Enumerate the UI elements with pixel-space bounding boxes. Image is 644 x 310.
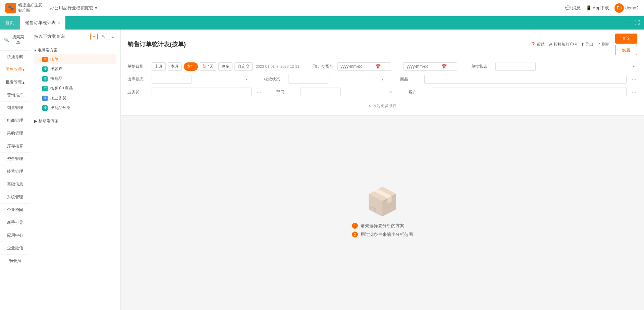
sidebar-item-inventory[interactable]: 库存核算 [0, 140, 30, 153]
scheme-item-by-category[interactable]: 按 按商品分类 [34, 103, 116, 113]
chevron-down-icon: ▾ [34, 48, 36, 53]
tab-home[interactable]: 首页 [0, 16, 20, 30]
order-status-select[interactable] [495, 62, 536, 71]
app-download-btn[interactable]: 📱 App下载 [586, 5, 609, 11]
scheme-label-order: 按单 [50, 56, 58, 62]
content-area: 按以下方案查询 + ✎ « ▾ 电脑端方案 [30, 30, 644, 310]
sidebar-item-newbie[interactable]: 新手引导 [0, 216, 30, 229]
expected-date-start[interactable]: 📅 [337, 62, 391, 71]
payment-status-select[interactable] [288, 75, 328, 84]
export-icon: ⬆ [581, 42, 584, 47]
query-button[interactable]: 查询 [615, 34, 637, 44]
empty-state: 📦 1 请先选择要分析的方案 2 用过滤条件来缩小分析范围 [352, 186, 413, 240]
customer-input[interactable] [433, 88, 627, 96]
left-panel-actions: + ✎ « [90, 33, 116, 40]
topbar: 🐾 畅捷通好生意 标准版 办公用品行业模拟账套 ▾ 💬 消息 📱 App下载 E… [0, 0, 644, 16]
print-icon: 🖨 [549, 42, 553, 47]
sidebar-item-wholesale[interactable]: 批发管理 ▴ [0, 76, 30, 89]
right-panel: 销售订单统计表(按单) ❓ 帮助 🖨 按模板打印 ▾ ⬆ [121, 30, 644, 310]
sidebar-item-appcenter[interactable]: 应用中心 [0, 229, 30, 242]
app-selector[interactable]: 办公用品行业模拟账套 ▾ [46, 5, 97, 11]
date-last-month-btn[interactable]: 上月 [152, 62, 166, 71]
export-label: 导出 [585, 42, 593, 47]
sidebar-item-sales[interactable]: 销售管理 [0, 102, 30, 114]
refresh-btn[interactable]: ↺ 刷新 [597, 42, 610, 47]
help-btn[interactable]: ❓ 帮助 [531, 42, 545, 47]
left-panel: 按以下方案查询 + ✎ « ▾ 电脑端方案 [30, 30, 121, 310]
sidebar-item-marketing[interactable]: 营销推广 [0, 89, 30, 102]
scheme-item-by-goods[interactable]: 按 按商品 [34, 74, 116, 84]
pc-scheme-label: 电脑端方案 [38, 47, 58, 53]
left-panel-title: 按以下方案查询 [34, 34, 65, 40]
goods-more-btn[interactable]: ··· [631, 76, 637, 82]
logo-line1: 畅捷通好生意 [18, 3, 42, 8]
department-select[interactable] [301, 88, 341, 96]
date-last-7-days-btn[interactable]: 近7天 [200, 62, 216, 71]
sidebar-item-cooperation[interactable]: 企业协同 [0, 204, 30, 216]
date-custom-btn[interactable]: 自定义 [234, 62, 253, 71]
step-1-text: 请先选择要分析的方案 [361, 223, 404, 229]
sidebar-item-quick-nav[interactable]: 快捷导航 [0, 51, 30, 63]
date-this-year-btn[interactable]: 本年 [184, 62, 198, 71]
export-btn[interactable]: ⬆ 导出 [581, 42, 593, 47]
department-select-wrap [301, 88, 394, 96]
sidebar-item-system[interactable]: 系统管理 [0, 191, 30, 204]
edit-scheme-btn[interactable]: ✎ [100, 33, 107, 40]
empty-step-2: 2 用过滤条件来缩小分析范围 [352, 231, 413, 238]
scheme-group-pc-title[interactable]: ▾ 电脑端方案 [34, 46, 116, 54]
collapse-bar[interactable]: ∧ 收起更多条件 [127, 100, 637, 111]
scheme-label-customer: 按客户 [50, 66, 62, 72]
expected-date-end[interactable]: 📅 [404, 62, 457, 71]
add-scheme-btn[interactable]: + [90, 33, 98, 40]
sidebar-item-ecommerce[interactable]: 电商管理 [0, 114, 30, 127]
goods-input[interactable] [424, 75, 627, 84]
filter-row-2: 出库状态 收款状态 商品 ··· [127, 75, 637, 84]
topbar-left: 🐾 畅捷通好生意 标准版 办公用品行业模拟账套 ▾ [5, 3, 97, 13]
active-tab-label: 销售订单统计表 [25, 20, 56, 26]
logo-icon: 🐾 [5, 3, 16, 13]
expected-date-end-input[interactable] [407, 64, 440, 69]
sidebar-item-member[interactable]: 畅会员 [0, 255, 30, 267]
scheme-group-mobile-title[interactable]: ▶ 移动端方案 [34, 117, 116, 125]
refresh-icon: ↺ [597, 42, 601, 47]
left-panel-header: 按以下方案查询 + ✎ « [30, 30, 120, 44]
message-icon: 💬 [565, 5, 571, 10]
date-this-month-btn[interactable]: 本月 [168, 62, 182, 71]
sidebar-item-basics[interactable]: 基础信息 [0, 178, 30, 191]
scheme-item-by-customer[interactable]: 按 按客户 [34, 64, 116, 74]
payment-status-label: 收款状态 [264, 76, 284, 82]
settings-button[interactable]: 设置 [615, 45, 637, 55]
tab-close-icon[interactable]: × [58, 21, 60, 25]
collapse-panel-btn[interactable]: « [109, 33, 116, 40]
collapse-icon: « [112, 34, 114, 39]
tab-active[interactable]: 销售订单统计表 × [20, 16, 65, 30]
scheme-label-sales: 按业务员 [50, 95, 66, 101]
expected-date-start-input[interactable] [340, 64, 374, 69]
order-status-label: 单据状态 [471, 64, 491, 69]
sidebar-item-finance[interactable]: 资金管理 [0, 153, 30, 165]
scheme-item-by-order[interactable]: 按 按单 [34, 54, 116, 64]
sidebar-item-operations[interactable]: 经营管理 [0, 165, 30, 178]
customer-more-btn[interactable]: ··· [631, 89, 637, 95]
scheme-icon-cust-goods: 按 [42, 86, 48, 91]
scheme-icon-order: 按 [42, 57, 48, 62]
collapse-up-icon: ∧ [368, 104, 371, 108]
scheme-item-by-salesperson[interactable]: 按 按业务员 [34, 93, 116, 103]
print-btn[interactable]: 🖨 按模板打印 ▾ [549, 42, 577, 47]
salesperson-more-btn[interactable]: ··· [256, 89, 262, 95]
date-more-btn[interactable]: 更多 [218, 62, 232, 71]
step-num-2: 2 [352, 231, 358, 238]
sidebar-item-purchase[interactable]: 采购管理 [0, 127, 30, 140]
department-label: 部门 [276, 89, 297, 95]
sidebar-item-retail[interactable]: 零售管理 ▾ [0, 63, 30, 76]
tab-maximize-btn[interactable]: ⛶ [635, 20, 640, 26]
salesperson-input[interactable] [152, 88, 252, 96]
scheme-item-by-customer-goods[interactable]: 按 按客户+商品 [34, 84, 116, 93]
tab-minimize-btn[interactable]: — [627, 20, 632, 26]
messages-btn[interactable]: 💬 消息 [565, 5, 581, 11]
sidebar-item-wecom[interactable]: 企业微信 [0, 242, 30, 255]
filter-area: 单据日期 上月 本月 本年 近7天 更多 自定义 2023-01-01 至 20… [121, 58, 644, 116]
out-status-select[interactable] [152, 75, 192, 84]
user-menu[interactable]: Ea demo2 [614, 3, 639, 13]
search-menu-btn[interactable]: 🔍 搜索菜单 [3, 33, 27, 47]
